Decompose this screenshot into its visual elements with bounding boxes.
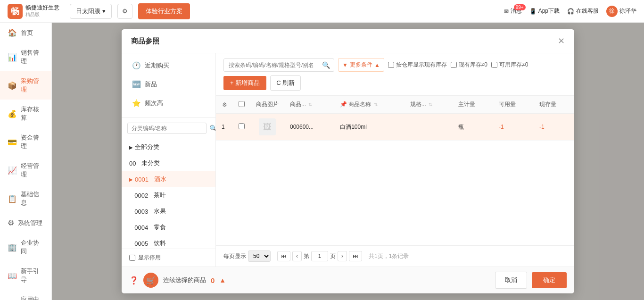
- modal-close-btn[interactable]: ✕: [558, 36, 565, 46]
- th-spec: 规格... ⇅: [405, 96, 453, 114]
- frequent-nav[interactable]: ⭐ 频次高: [127, 96, 210, 111]
- modal-overlay: 商品参照 ✕ 🕐 近期购买 🆕: [52, 23, 644, 300]
- nonzero-stock-checkbox[interactable]: 现有库存≠0: [451, 61, 487, 69]
- product-table: ⚙ 商品图片 商品... ⇅: [216, 96, 574, 141]
- category-all[interactable]: ▶ 全部分类: [122, 139, 215, 155]
- sidebar-item-operations[interactable]: 📈 经营管理: [0, 156, 51, 184]
- finance-icon: 💳: [8, 138, 17, 147]
- inventory-icon: 💰: [8, 109, 17, 118]
- modal-title: 商品参照: [131, 37, 159, 46]
- cart-icon[interactable]: 🛒: [143, 273, 158, 288]
- clock-icon: 🕐: [132, 61, 141, 70]
- left-sidebar: 🏠 首页 📊 销售管理 📦 采购管理 💰 库存核算 💳 资金管理 📈 经营管理 …: [0, 23, 52, 300]
- sidebar-item-guide[interactable]: 📖 新手引导: [0, 261, 51, 290]
- th-code: 商品... ⇅: [284, 96, 334, 114]
- last-page-btn[interactable]: ⏭: [349, 251, 362, 261]
- sidebar-item-purchase[interactable]: 📦 采购管理: [0, 71, 51, 100]
- mobile-icon: 📱: [529, 8, 537, 15]
- sidebar-item-basic-info[interactable]: 📋 基础信息: [0, 184, 51, 213]
- new-products-nav[interactable]: 🆕 新品: [127, 77, 210, 92]
- product-search-bar: 🔍: [223, 58, 334, 72]
- show-disabled-checkbox[interactable]: [129, 255, 135, 261]
- divider: [122, 117, 215, 118]
- customer-service-btn[interactable]: 🎧 在线客服: [567, 7, 599, 15]
- modal-footer: ❓ 🛒 连续选择的商品 0 ▲ 取消 确定: [122, 267, 574, 293]
- sidebar-item-system[interactable]: ⚙ 系统管理: [0, 213, 51, 233]
- store-dropdown[interactable]: 日太阳膜 ▾: [70, 4, 112, 19]
- sidebar-item-inventory[interactable]: 💰 库存核算: [0, 100, 51, 128]
- row-stock: -1: [534, 114, 574, 141]
- confirm-btn[interactable]: 确定: [532, 272, 567, 288]
- collapse-selection-icon[interactable]: ▲: [219, 276, 226, 284]
- available-stock-checkbox[interactable]: 可用库存≠0: [491, 61, 528, 69]
- modal-toolbar: 🔍 ▼ 更多条件 ▲ 按仓库显示现有库存: [216, 53, 574, 96]
- app-download-btn[interactable]: 📱 App下载: [529, 7, 560, 15]
- user-avatar: 徐: [606, 6, 618, 17]
- next-page-btn[interactable]: ›: [338, 251, 347, 261]
- category-search: 🔍: [122, 120, 215, 137]
- sidebar-item-enterprise[interactable]: 🏢 企业协同: [0, 233, 51, 261]
- modal-right-panel: 🔍 ▼ 更多条件 ▲ 按仓库显示现有库存: [216, 53, 574, 267]
- sidebar-item-finance[interactable]: 💳 资金管理: [0, 128, 51, 156]
- experience-btn[interactable]: 体验行业方案: [138, 3, 190, 19]
- category-search-input[interactable]: [127, 123, 206, 134]
- category-0003[interactable]: 0003 水果: [122, 203, 215, 219]
- guide-icon: 📖: [8, 271, 17, 280]
- messages-btn[interactable]: ✉ 消息 99+: [504, 7, 522, 15]
- recent-purchase-nav[interactable]: 🕐 近期购买: [127, 58, 210, 73]
- purchase-icon: 📦: [8, 81, 17, 90]
- per-page-select[interactable]: 50: [248, 250, 271, 262]
- warehouse-stock-checkbox[interactable]: 按仓库显示现有库存: [388, 61, 447, 69]
- logo-title: 畅捷通好生意: [25, 4, 59, 12]
- sort-name-icon: ⇅: [374, 102, 378, 107]
- category-search-icon[interactable]: 🔍: [209, 125, 216, 132]
- prev-page-btn[interactable]: ‹: [292, 251, 302, 261]
- logo-subtitle: 精品版: [25, 11, 59, 18]
- info-icon: 📋: [8, 194, 17, 203]
- category-00[interactable]: 00 未分类: [122, 155, 215, 171]
- add-product-btn[interactable]: + 新增商品: [223, 76, 266, 90]
- filter-icon: ▼: [342, 62, 348, 68]
- settings-icon[interactable]: ⚙: [117, 4, 132, 19]
- sort-code-icon: ⇅: [308, 102, 312, 107]
- th-unit: 主计量: [453, 96, 493, 114]
- user-profile-btn[interactable]: 徐 徐泽华: [606, 6, 636, 17]
- show-disabled[interactable]: 显示停用: [122, 249, 215, 267]
- table-row[interactable]: 1 🖼 000600... 白酒100ml 瓶: [216, 114, 574, 141]
- category-0005[interactable]: 0005 饮料: [122, 235, 215, 249]
- cancel-btn[interactable]: 取消: [495, 272, 527, 289]
- modal-body: 🕐 近期购买 🆕 新品 ⭐ 频次高: [122, 53, 574, 267]
- message-icon: ✉: [504, 8, 509, 15]
- pin-icon: 📌: [340, 101, 347, 108]
- th-name: 📌 商品名称 ⇅: [334, 96, 405, 114]
- modal-header: 商品参照 ✕: [122, 29, 574, 53]
- main-content: 商品参照 ✕ 🕐 近期购买 🆕: [52, 23, 644, 300]
- select-all-checkbox[interactable]: [239, 101, 245, 107]
- th-checkbox: [233, 96, 250, 114]
- category-0004[interactable]: 0004 零食: [122, 219, 215, 235]
- row-image: 🖼: [250, 114, 284, 141]
- more-filters-btn[interactable]: ▼ 更多条件 ▲: [338, 58, 384, 72]
- quick-nav: 🕐 近期购买 🆕 新品 ⭐ 频次高: [122, 53, 215, 116]
- arrow-icon: ▶: [129, 145, 133, 150]
- row-checkbox[interactable]: [233, 114, 250, 141]
- nav-right-area: ✉ 消息 99+ 📱 App下载 🎧 在线客服 徐 徐泽华: [504, 6, 636, 17]
- headset-icon: 🎧: [567, 8, 574, 15]
- page-number-input[interactable]: [311, 251, 328, 261]
- sidebar-item-apps[interactable]: 📺 应用中心: [0, 290, 51, 300]
- product-search-btn[interactable]: 🔍: [318, 59, 334, 71]
- refresh-btn[interactable]: C 刷新: [270, 75, 301, 91]
- sidebar-item-sales[interactable]: 📊 销售管理: [0, 43, 51, 71]
- active-arrow-icon: ▶: [129, 177, 133, 182]
- home-icon: 🏠: [8, 28, 17, 37]
- sales-icon: 📊: [8, 53, 17, 62]
- help-icon[interactable]: ❓: [129, 276, 139, 285]
- th-image: 商品图片: [250, 96, 284, 114]
- sidebar-item-home[interactable]: 🏠 首页: [0, 23, 51, 43]
- first-page-btn[interactable]: ⏮: [277, 251, 290, 261]
- category-0002[interactable]: 0002 茶叶: [122, 187, 215, 203]
- category-0001[interactable]: ▶ 0001 酒水: [122, 171, 215, 187]
- chevron-up-icon: ▲: [374, 62, 380, 68]
- product-search-input[interactable]: [224, 59, 318, 71]
- modal-left-panel: 🕐 近期购买 🆕 新品 ⭐ 频次高: [122, 53, 216, 267]
